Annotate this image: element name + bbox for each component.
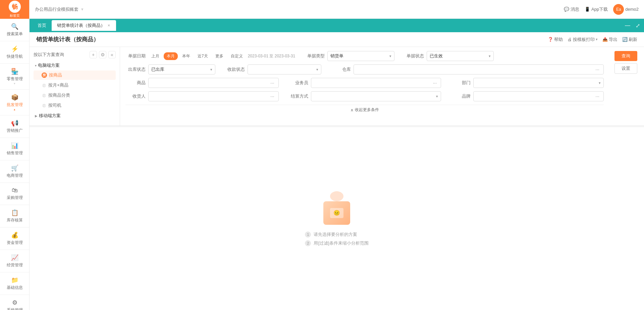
sidebar-item-basic[interactable]: 📁 基础信息 — [0, 272, 29, 295]
doc-type-select[interactable]: 销货单 ▾ — [327, 51, 394, 61]
tab-minimize-icon[interactable]: — — [624, 21, 632, 30]
date-this-month-btn[interactable]: 本月 — [164, 52, 178, 60]
salesperson-select[interactable]: ··· — [311, 78, 441, 88]
sidebar-item-retail[interactable]: 🏪 零售管理 ▾ — [0, 64, 29, 90]
edit-scheme-btn[interactable]: ⚙ — [99, 51, 106, 58]
add-icon: + — [92, 52, 95, 57]
collapse-up-icon: ∧ — [351, 108, 354, 112]
payment-status-label: 收款状态 — [225, 66, 245, 72]
recipient-select[interactable]: ··· — [148, 91, 279, 101]
collapse-icon: « — [111, 52, 113, 57]
doc-status-value: 已生效 — [430, 53, 443, 59]
sidebar-item-inventory-label: 库存核算 — [7, 217, 23, 223]
edit-icon: ⚙ — [101, 52, 105, 57]
tab-home[interactable]: 首页 — [32, 20, 52, 31]
doc-status-arrow-icon: ▾ — [489, 54, 491, 58]
add-scheme-btn[interactable]: + — [90, 51, 97, 58]
finance-icon: 💰 — [11, 231, 18, 239]
export-label: 导出 — [609, 37, 618, 43]
recipient-dots-icon[interactable]: ··· — [269, 94, 276, 99]
date-this-year-btn[interactable]: 本年 — [179, 52, 193, 60]
breadcrumb-separator: ▾ — [81, 7, 84, 12]
sidebar-item-search[interactable]: 🔍 搜索菜单 — [0, 19, 29, 41]
payment-status-select[interactable]: ▾ — [248, 64, 321, 74]
sidebar-item-marketing[interactable]: 📢 营销推广 — [0, 115, 29, 138]
warehouse-status-arrow-icon: ▾ — [210, 67, 212, 72]
warehouse-status-value: 已出库 — [151, 66, 164, 72]
tab-active[interactable]: 销货单统计表（按商品） × — [52, 20, 116, 31]
messages-label: 消息 — [571, 6, 579, 12]
settlement-select[interactable]: ▾ — [311, 91, 441, 101]
sidebar-item-basic-label: 基础信息 — [7, 285, 23, 291]
sidebar-item-wholesale[interactable]: 📦 批发管理 ▴ — [0, 90, 29, 115]
app-logo-icon: 畅 — [9, 1, 21, 13]
doc-type-label: 单据类型 — [305, 53, 325, 59]
empty-tip-1: 1 请先选择要分析的方案 — [305, 231, 368, 238]
doc-status-select[interactable]: 已生效 ▾ — [427, 51, 494, 61]
sidebar-logo[interactable]: 畅 标签页 — [0, 0, 29, 19]
doc-type-value: 销货单 — [330, 53, 343, 59]
department-select[interactable]: ▾ — [473, 78, 604, 88]
refresh-label: 刷新 — [629, 37, 637, 43]
messages-btn[interactable]: 💬 消息 — [564, 6, 579, 12]
brand-select[interactable]: ··· — [473, 91, 604, 101]
page-header: 销货单统计表（按商品） ❓ 帮助 🖨 按模板打印 ▾ 📤 导出 🔄 刷新 — [30, 32, 644, 47]
date-last7-btn[interactable]: 近7天 — [195, 52, 211, 60]
left-panel-icons: + ⚙ « — [90, 51, 116, 58]
tab-close-icon[interactable]: × — [107, 22, 111, 29]
wholesale-icon: 📦 — [11, 94, 18, 101]
tree-item-by-driver[interactable]: ㊣ 按司机 — [34, 101, 116, 110]
sidebar-item-purchase[interactable]: 🛍 采购管理 — [0, 183, 29, 205]
brand-dots-icon[interactable]: ··· — [594, 94, 601, 99]
sidebar-item-quicknav-label: 快捷导航 — [7, 54, 23, 59]
print-icon: 🖨 — [568, 37, 572, 42]
sidebar-item-finance[interactable]: 💰 资金管理 — [0, 227, 29, 250]
print-dropdown-icon[interactable]: ▾ — [596, 37, 598, 42]
warehouse-select[interactable]: ··· — [354, 64, 604, 74]
product-dots-icon[interactable]: ··· — [269, 80, 276, 86]
tree-group-mobile-header[interactable]: ▶ 移动端方案 — [34, 111, 116, 120]
settings-button[interactable]: 设置 — [614, 63, 637, 74]
sidebar-item-system[interactable]: ⚙ 系统管理 — [0, 295, 29, 310]
tab-maximize-icon[interactable]: ⤢ — [634, 21, 641, 30]
date-custom-btn[interactable]: 自定义 — [228, 52, 246, 60]
sidebar-item-operations[interactable]: 📈 经营管理 — [0, 250, 29, 272]
tree-item-by-product[interactable]: 按 按商品 — [34, 70, 116, 80]
tree-group-desktop-header[interactable]: ▾ 电脑端方案 — [34, 61, 116, 70]
warehouse-dots-icon[interactable]: ··· — [594, 67, 601, 72]
sidebar-item-sales[interactable]: 📊 销售管理 — [0, 138, 29, 160]
doc-type-arrow-icon: ▾ — [389, 54, 391, 58]
query-actions: 查询 设置 — [614, 51, 637, 74]
print-btn[interactable]: 🖨 按模板打印 ▾ — [568, 37, 598, 43]
sidebar: 畅 标签页 🔍 搜索菜单 ⚡ 快捷导航 🏪 零售管理 ▾ 📦 批发管理 ▴ 📢 … — [0, 0, 30, 310]
retail-icon: 🏪 — [11, 68, 18, 75]
product-select[interactable]: ··· — [148, 78, 279, 88]
export-btn[interactable]: 📤 导出 — [602, 37, 618, 43]
help-label: 帮助 — [554, 37, 563, 43]
sidebar-item-ecommerce[interactable]: 🛒 电商管理 — [0, 160, 29, 183]
user-profile-btn[interactable]: Ea demo2 — [613, 4, 639, 15]
tree-group-desktop-label: 电脑端方案 — [38, 62, 60, 68]
tip1-number: 1 — [305, 231, 311, 238]
retail-arrow-icon: ▾ — [14, 82, 15, 85]
collapse-panel-btn[interactable]: « — [108, 51, 116, 58]
department-label: 部门 — [450, 80, 471, 86]
query-button[interactable]: 查询 — [614, 51, 637, 61]
sidebar-item-quicknav[interactable]: ⚡ 快捷导航 — [0, 41, 29, 64]
collapse-filter-btn[interactable]: ∧ 收起更多条件 — [125, 105, 604, 115]
warehouse-label: 仓库 — [331, 66, 351, 72]
message-icon: 💬 — [564, 7, 569, 12]
export-icon: 📤 — [602, 37, 608, 42]
date-more-btn[interactable]: 更多 — [212, 52, 226, 60]
refresh-btn[interactable]: 🔄 刷新 — [622, 37, 637, 43]
help-btn[interactable]: ❓ 帮助 — [548, 37, 563, 43]
warehouse-status-select[interactable]: 已出库 ▾ — [148, 64, 215, 74]
app-download-btn[interactable]: 📱 App下载 — [585, 6, 608, 12]
left-panel-header: 按以下方案查询 + ⚙ « — [34, 51, 116, 58]
date-last-month-btn[interactable]: 上月 — [148, 52, 162, 60]
tree-item-by-category[interactable]: ㊣ 按商品分类 — [34, 91, 116, 100]
salesperson-dots-icon[interactable]: ··· — [432, 80, 438, 86]
username-label: demo2 — [625, 7, 639, 12]
sidebar-item-inventory[interactable]: 📋 库存核算 — [0, 205, 29, 227]
tree-item-by-month-product[interactable]: ㊣ 按月+商品 — [34, 81, 116, 90]
